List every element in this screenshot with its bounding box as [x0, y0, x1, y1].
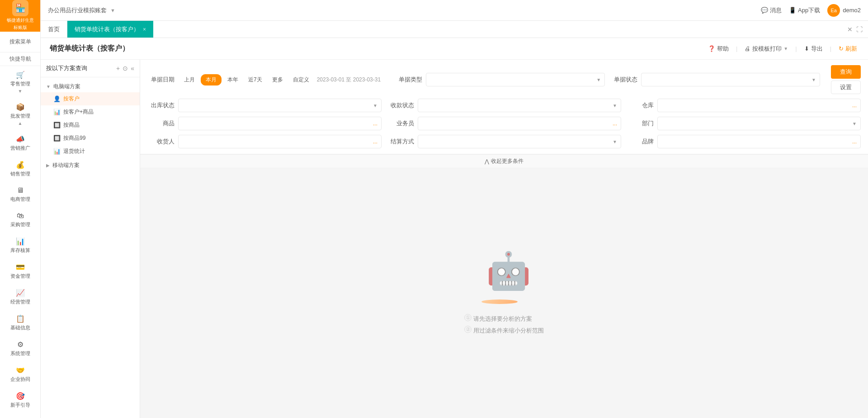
export-btn[interactable]: ⬇ 导出	[802, 45, 825, 53]
department-select[interactable]: ▼	[657, 117, 861, 130]
retail-arrow: ▼	[18, 89, 23, 94]
tab-active[interactable]: 销货单统计表（按客户） ×	[67, 21, 153, 38]
tree-group-desktop: ▼ 电脑端方案 👤 按客户 📊 按客户+商品	[41, 81, 140, 158]
sidebar-item-wholesale[interactable]: 📦 批发管理 ▲	[0, 98, 40, 130]
date-label: 单据日期	[147, 76, 175, 84]
receiver-dots-icon[interactable]: ...	[373, 138, 377, 145]
sidebar-item-newbie[interactable]: 🎯 新手引导	[0, 387, 40, 413]
tree-item-by-goods[interactable]: 🔲 按商品	[41, 119, 140, 132]
tree-item-by-customer[interactable]: 👤 按客户	[41, 92, 140, 105]
search-menu-btn[interactable]: 搜索菜单	[0, 32, 40, 52]
sidebar-item-purchase[interactable]: 🛍 采购管理	[0, 207, 40, 233]
tree-item-by-customer-goods[interactable]: 📊 按客户+商品	[41, 105, 140, 119]
user-name: demo2	[843, 7, 861, 14]
sidebar-item-finance[interactable]: 💳 资金管理	[0, 258, 40, 284]
date-btn-last-month[interactable]: 上月	[180, 74, 199, 86]
collect-status-col: 收款状态 ▼	[387, 99, 621, 112]
brand-dots-icon[interactable]: ...	[852, 138, 857, 145]
sidebar-item-app-center[interactable]: 📱 应用中心	[0, 413, 40, 418]
tab-close-btn[interactable]: ✕	[847, 26, 853, 33]
sidebar-item-operation[interactable]: 📈 经营管理	[0, 284, 40, 310]
tree-group-desktop-header[interactable]: ▼ 电脑端方案	[41, 81, 140, 92]
retail-label: 零售管理	[10, 81, 30, 87]
date-btn-this-year[interactable]: 本年	[223, 74, 242, 86]
print-btn[interactable]: 🖨 按模板打印 ▼	[743, 45, 790, 53]
sidebar-item-system[interactable]: ⚙ 系统管理	[0, 336, 40, 361]
retail-icon: 🛒	[16, 71, 25, 79]
goods-input[interactable]: ...	[178, 117, 382, 130]
left-panel-title: 按以下方案查询	[46, 64, 87, 72]
filter-row-2: 出库状态 ▼ 收款状态 ▼	[147, 99, 861, 112]
newbie-icon: 🎯	[16, 392, 25, 400]
receiver-input[interactable]: ...	[178, 135, 382, 148]
empty-text: ① 请先选择要分析的方案 ② 用过滤条件来缩小分析范围	[464, 313, 544, 337]
tab-close-icon[interactable]: ×	[143, 26, 146, 33]
quick-nav-btn[interactable]: 快捷导航	[0, 52, 40, 66]
sidebar-item-inventory[interactable]: 📊 库存核算	[0, 233, 40, 258]
settle-method-select[interactable]: ▼	[418, 135, 621, 148]
user-profile[interactable]: Ea demo2	[827, 4, 861, 17]
warehouse-dots-icon[interactable]: ...	[852, 102, 857, 109]
salesman-input[interactable]: ...	[418, 117, 621, 130]
warehouse-input[interactable]: ...	[657, 99, 861, 112]
message-icon: 💬	[761, 7, 768, 14]
date-btn-custom[interactable]: 自定义	[289, 74, 313, 86]
receiver-col: 收货人 ...	[147, 135, 382, 148]
subtitle-text: 标账版	[0, 24, 40, 32]
page-actions: ❓ 帮助 | 🖨 按模板打印 ▼ | ⬇ 导出 |	[706, 45, 859, 53]
tab-home[interactable]: 首页	[41, 21, 67, 38]
collect-status-arrow-icon: ▼	[613, 103, 617, 108]
sidebar-item-retail[interactable]: 🛒 零售管理 ▼	[0, 66, 40, 98]
brand-label: 品牌	[627, 138, 654, 146]
goods-dots-icon[interactable]: ...	[373, 120, 377, 127]
filter-row-4: 收货人 ... 结算方式 ▼	[147, 135, 861, 148]
message-btn[interactable]: 💬 消息	[761, 6, 782, 14]
tree-item-by-goods99[interactable]: 🔲 按商品99	[41, 132, 140, 145]
sidebar-item-ecommerce[interactable]: 🖥 电商管理	[0, 182, 40, 207]
by-goods99-icon: 🔲	[53, 135, 61, 142]
top-header: 办公用品行业模拟账套 ▼ 💬 消息 📱 App下载 Ea demo2	[41, 0, 868, 21]
date-btn-this-month[interactable]: 本月	[201, 74, 222, 86]
settings-scheme-btn[interactable]: ⊙	[123, 65, 128, 72]
ecommerce-label: 电商管理	[10, 196, 30, 203]
query-button[interactable]: 查询	[831, 65, 861, 79]
corp-icon: 🤝	[16, 366, 25, 375]
collapse-panel-btn[interactable]: «	[131, 65, 134, 72]
order-type-select[interactable]: ▼	[426, 73, 605, 86]
dropdown-icon[interactable]: ▼	[110, 8, 115, 13]
empty-robot-icon: 🤖	[486, 250, 531, 292]
main-area: 办公用品行业模拟账套 ▼ 💬 消息 📱 App下载 Ea demo2 首页	[41, 0, 868, 418]
help-btn[interactable]: ❓ 帮助	[706, 45, 731, 53]
setting-button[interactable]: 设置	[831, 81, 861, 94]
left-panel-actions: + ⊙ «	[116, 65, 134, 72]
sidebar-item-base[interactable]: 📋 基础信息	[0, 310, 40, 336]
tree-section: ▼ 电脑端方案 👤 按客户 📊 按客户+商品	[41, 77, 140, 176]
collapse-bar[interactable]: ⋀ 收起更多条件	[140, 154, 868, 168]
finance-label: 资金管理	[10, 273, 30, 280]
newbie-label: 新手引导	[10, 402, 30, 408]
order-status-select[interactable]: ▼	[641, 73, 820, 86]
sidebar-item-corp[interactable]: 🤝 企业协同	[0, 361, 40, 387]
date-buttons: 上月 本月 本年 近7天 更多 自定义 2023-03-01 至 2023-03…	[180, 74, 381, 86]
date-range-text: 2023-03-01 至 2023-03-31	[317, 76, 381, 84]
sidebar-item-sales[interactable]: 💰 销售管理	[0, 156, 40, 182]
brand-input[interactable]: ...	[657, 135, 861, 148]
sidebar-item-marketing[interactable]: 📣 营销推广	[0, 130, 40, 156]
app-download-btn[interactable]: 📱 App下载	[789, 6, 820, 14]
date-btn-last7[interactable]: 近7天	[244, 74, 266, 86]
receiver-label: 收货人	[147, 138, 175, 146]
empty-shadow	[481, 299, 518, 304]
add-scheme-btn[interactable]: +	[116, 65, 120, 72]
system-label: 系统管理	[10, 350, 30, 357]
refresh-btn[interactable]: ↻ 刷新	[837, 45, 859, 53]
out-status-select[interactable]: ▼	[178, 99, 382, 112]
refresh-icon: ↻	[839, 45, 844, 52]
date-btn-more[interactable]: 更多	[268, 74, 287, 86]
collect-status-select[interactable]: ▼	[418, 99, 621, 112]
tree-group-mobile-header[interactable]: ▶ 移动端方案	[41, 160, 140, 171]
tab-maximize-btn[interactable]: ⛶	[856, 26, 863, 33]
return-stats-label: 退货统计	[63, 147, 85, 155]
salesman-dots-icon[interactable]: ...	[613, 120, 617, 127]
tree-item-return-stats[interactable]: 📊 退货统计	[41, 145, 140, 158]
tab-window-buttons: ✕ ⛶	[847, 26, 868, 33]
